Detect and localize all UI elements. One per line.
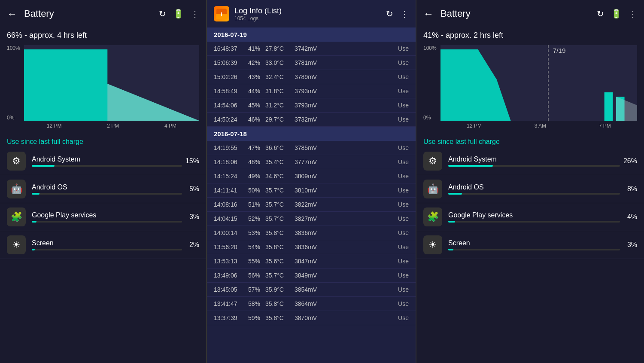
svg-rect-9 [605, 92, 613, 121]
log-row[interactable]: 14:08:1651%35.7°C3822mVUse [207, 198, 416, 212]
log-row[interactable]: 14:58:4944%31.8°C3793mVUse [207, 84, 416, 98]
log-row[interactable]: 14:00:1453%35.8°C3836mVUse [207, 226, 416, 240]
log-row[interactable]: 14:19:5547%36.6°C3785mVUse [207, 141, 416, 155]
log-title-block: Log Info (List) 1054 Logs [234, 6, 386, 21]
log-mv: 3822mV [295, 201, 325, 208]
android-system-icon-left: ⚙ [7, 152, 26, 171]
log-pct: 52% [248, 215, 265, 222]
right-x-label-1: 12 PM [467, 123, 482, 129]
log-row[interactable]: 14:15:2449%34.6°C3809mVUse [207, 169, 416, 183]
log-pct: 42% [248, 59, 265, 66]
right-app-item-1[interactable]: 🤖 Android OS 8% [416, 175, 644, 203]
refresh-icon[interactable]: ↻ [159, 9, 166, 19]
left-chart-y-labels: 100% 0% [7, 45, 24, 121]
middle-more-icon[interactable]: ⋮ [400, 9, 409, 19]
log-table[interactable]: 2016-07-1916:48:3741%27.8°C3742mVUse15:0… [207, 27, 416, 363]
right-chart-x-labels: 12 PM 3 AM 7 PM [440, 121, 637, 131]
log-row[interactable]: 14:18:0648%35.4°C3777mVUse [207, 155, 416, 169]
android-system-icon-right: ⚙ [423, 152, 442, 171]
y-label-top: 100% [7, 45, 24, 51]
log-temp: 35.8°C [265, 314, 295, 321]
right-x-label-2: 3 AM [535, 123, 546, 129]
log-row[interactable]: 14:50:2446%29.7°C3732mVUse [207, 113, 416, 127]
svg-marker-1 [107, 84, 199, 121]
left-app-item-0[interactable]: ⚙ Android System 15% [0, 147, 206, 175]
log-pct: 46% [248, 116, 265, 123]
log-row[interactable]: 13:41:4758%35.8°C3864mVUse [207, 297, 416, 311]
right-app-item-2[interactable]: 🧩 Google Play services 4% [416, 203, 644, 231]
android-os-pct-left: 5% [182, 185, 199, 193]
right-chart-area: 7/19 [440, 45, 637, 121]
right-back-button[interactable]: ← [423, 8, 434, 20]
y-label-bottom: 0% [7, 115, 24, 121]
log-use: Use [325, 59, 409, 66]
log-row[interactable]: 13:49:0656%35.7°C3849mVUse [207, 268, 416, 283]
log-temp: 35.8°C [265, 300, 295, 307]
log-temp: 35.7°C [265, 215, 295, 222]
log-row[interactable]: 14:54:0645%31.2°C3793mVUse [207, 98, 416, 113]
left-back-button[interactable]: ← [7, 8, 17, 20]
google-play-pct-right: 4% [620, 213, 637, 221]
log-time: 16:48:37 [214, 45, 248, 52]
log-pct: 47% [248, 144, 265, 151]
more-icon[interactable]: ⋮ [191, 9, 199, 19]
right-panel: ← Battery ↻ 🔋 ⋮ 41% - approx. 2 hrs left… [416, 0, 644, 363]
right-header-icons: ↻ 🔋 ⋮ [597, 9, 637, 19]
log-use: Use [325, 229, 409, 236]
log-row[interactable]: 15:02:2643%32.4°C3789mVUse [207, 70, 416, 84]
log-row[interactable]: 15:06:3942%33.0°C3781mVUse [207, 56, 416, 70]
log-time: 14:04:15 [214, 215, 248, 222]
log-pct: 53% [248, 229, 265, 236]
left-battery-status: 66% - approx. 4 hrs left [0, 27, 206, 42]
log-use: Use [325, 215, 409, 222]
battery-icon: 🔋 [173, 9, 184, 19]
log-pct: 44% [248, 88, 265, 95]
log-temp: 31.8°C [265, 88, 295, 95]
log-row[interactable]: 14:04:1552%35.7°C3827mVUse [207, 212, 416, 226]
log-temp: 33.0°C [265, 59, 295, 66]
right-refresh-icon[interactable]: ↻ [597, 9, 604, 19]
log-time: 14:11:41 [214, 187, 248, 194]
svg-text:i: i [221, 12, 222, 18]
log-use: Use [325, 187, 409, 194]
log-pct: 56% [248, 272, 265, 279]
log-row[interactable]: 13:45:0557%35.9°C3854mVUse [207, 283, 416, 297]
log-time: 14:00:14 [214, 229, 248, 236]
screen-name-right: Screen [448, 239, 620, 247]
log-row[interactable]: 13:56:2054%35.8°C3836mVUse [207, 240, 416, 254]
left-panel: ← Battery ↻ 🔋 ⋮ 66% - approx. 4 hrs left… [0, 0, 206, 363]
google-play-name-right: Google Play services [448, 211, 620, 219]
log-mv: 3785mV [295, 144, 325, 151]
google-play-icon-right: 🧩 [423, 207, 442, 226]
log-time: 14:19:55 [214, 144, 248, 151]
right-more-icon[interactable]: ⋮ [629, 9, 637, 19]
screen-icon-left: ☀ [7, 235, 26, 254]
right-y-label-top: 100% [423, 45, 440, 51]
right-x-label-3: 7 PM [599, 123, 611, 129]
log-row[interactable]: 14:11:4150%35.7°C3810mVUse [207, 183, 416, 198]
left-app-item-2[interactable]: 🧩 Google Play services 3% [0, 203, 206, 231]
log-pct: 45% [248, 102, 265, 109]
left-chart-x-labels: 12 PM 2 PM 4 PM [24, 121, 199, 131]
google-play-icon-left: 🧩 [7, 207, 26, 226]
right-app-item-0[interactable]: ⚙ Android System 26% [416, 147, 644, 175]
log-mv: 3870mV [295, 314, 325, 321]
left-app-item-3[interactable]: ☀ Screen 2% [0, 231, 206, 259]
log-row[interactable]: 13:37:3959%35.8°C3870mVUse [207, 311, 416, 325]
android-system-info-left: Android System [32, 156, 182, 167]
log-mv: 3793mV [295, 88, 325, 95]
log-pct: 43% [248, 73, 265, 80]
google-play-pct-left: 3% [182, 213, 199, 221]
log-mv: 3827mV [295, 215, 325, 222]
left-header: ← Battery ↻ 🔋 ⋮ [0, 0, 206, 27]
log-pct: 54% [248, 244, 265, 250]
right-app-item-3[interactable]: ☀ Screen 3% [416, 231, 644, 259]
left-app-item-1[interactable]: 🤖 Android OS 5% [0, 175, 206, 203]
log-row[interactable]: 13:53:1355%35.6°C3847mVUse [207, 254, 416, 268]
log-mv: 3864mV [295, 300, 325, 307]
log-time: 15:06:39 [214, 59, 248, 66]
middle-refresh-icon[interactable]: ↻ [386, 9, 393, 19]
log-mv: 3732mV [295, 116, 325, 123]
log-time: 15:02:26 [214, 73, 248, 80]
log-row[interactable]: 16:48:3741%27.8°C3742mVUse [207, 42, 416, 56]
